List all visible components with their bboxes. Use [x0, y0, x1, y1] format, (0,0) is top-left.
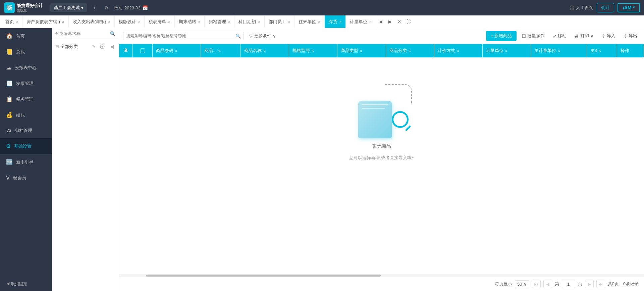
- sort-code-icon: ⇅: [218, 49, 221, 53]
- sort-unit-icon: ⇅: [505, 49, 507, 53]
- close-tab-income[interactable]: ×: [108, 20, 110, 24]
- th-category[interactable]: 商品分类 ⇅: [386, 44, 434, 57]
- page-number-input[interactable]: [562, 280, 575, 288]
- th-code[interactable]: 商品... ⇅: [201, 44, 241, 57]
- scrollbar-thumb[interactable]: [146, 275, 381, 277]
- sidebar-item-settings[interactable]: ⚙ 基础设置: [0, 138, 52, 154]
- panel-collapse-button[interactable]: ◀: [109, 42, 115, 51]
- th-price-method[interactable]: 计价方式 ⇅: [434, 44, 482, 57]
- sidebar-item-reports[interactable]: ☁ 云报表中心: [0, 60, 52, 76]
- horizontal-scrollbar[interactable]: [119, 274, 644, 277]
- sidebar-item-member[interactable]: Ⅴ 畅会员: [0, 170, 52, 186]
- tabs-scroll-right[interactable]: ▶: [385, 15, 395, 28]
- main-layout: 🏠 首页 📒 总账 ☁ 云报表中心 🧾 发票管理 📋 税务管理 💰 结账 🗂 归…: [0, 28, 644, 291]
- tabs-maximize[interactable]: ⛶: [404, 15, 414, 28]
- prev-page-button[interactable]: ◀: [543, 280, 552, 288]
- close-tab-partners[interactable]: ×: [318, 20, 320, 24]
- th-action: 操作: [617, 44, 644, 57]
- tab-balance[interactable]: 资产负债表(中期) ×: [22, 15, 68, 28]
- th-type[interactable]: 商品类型 ⇅: [337, 44, 386, 57]
- move-icon: ⤢: [553, 34, 556, 39]
- tab-template[interactable]: 模版设计 ×: [115, 15, 145, 28]
- th-col3[interactable]: 主3 ⇅: [587, 44, 617, 57]
- print-button[interactable]: 🖨 打印 ∨: [572, 32, 596, 40]
- tab-home[interactable]: 首页 ×: [1, 15, 22, 28]
- import-icon: ⇪: [602, 34, 605, 39]
- calendar-icon[interactable]: 📅: [143, 5, 148, 10]
- th-main-unit[interactable]: 主计量单位 ⇅: [531, 44, 587, 57]
- close-tab-balance[interactable]: ×: [62, 20, 64, 24]
- sidebar-item-guide[interactable]: 🆕 新手引导: [0, 154, 52, 170]
- th-barcode[interactable]: 商品条码 ⇅: [152, 44, 201, 57]
- tabs-scroll-left[interactable]: ◀: [376, 15, 385, 28]
- category-all-label[interactable]: 全部分类: [60, 44, 78, 50]
- filter-button[interactable]: ▽ 更多条件 ∨: [247, 32, 279, 40]
- select-all-checkbox[interactable]: [140, 48, 145, 53]
- close-tab-department[interactable]: ×: [288, 20, 290, 24]
- company-selector[interactable]: 基层工会测试 ▾: [50, 3, 87, 12]
- period-value: 2023-03: [124, 5, 141, 10]
- settings-icon[interactable]: ⚙: [102, 3, 111, 12]
- category-search-icon[interactable]: 🔍: [110, 31, 115, 36]
- content-area: 🔍 ⊞ 全部分类 ✎: [52, 28, 644, 291]
- main-search-input[interactable]: [126, 34, 233, 38]
- tab-period-end[interactable]: 期末结转 ×: [175, 15, 205, 28]
- category-add-button[interactable]: [99, 43, 106, 50]
- filter-icon: ▽: [249, 34, 253, 39]
- close-tab-inventory[interactable]: ×: [339, 20, 341, 24]
- move-button[interactable]: ⤢ 移动: [550, 32, 569, 40]
- sidebar-item-archive[interactable]: 🗂 归档管理: [0, 123, 52, 138]
- add-tab-button[interactable]: ＋: [90, 3, 99, 12]
- main-search-icon[interactable]: 🔍: [235, 34, 241, 39]
- iam-button[interactable]: iAM *: [618, 3, 640, 12]
- th-gear[interactable]: [119, 44, 132, 57]
- close-books-icon: 💰: [6, 112, 13, 118]
- account-button[interactable]: 会计: [597, 3, 614, 12]
- category-search-input[interactable]: [55, 31, 108, 36]
- tab-tax[interactable]: 税表清单 ×: [145, 15, 174, 28]
- batch-operation-button[interactable]: ☐ 批量操作: [519, 32, 547, 40]
- page-word: 第: [555, 281, 559, 287]
- category-edit-button[interactable]: ✎: [90, 43, 97, 50]
- close-tab-period-end[interactable]: ×: [198, 20, 200, 24]
- tab-archive[interactable]: 归档管理 ×: [205, 15, 234, 28]
- sidebar-unpin-button[interactable]: ◀ 取消固定: [0, 277, 52, 291]
- add-product-button[interactable]: + 新增商品: [486, 31, 517, 41]
- last-page-button[interactable]: ⏭: [596, 280, 605, 288]
- sidebar-item-ledger[interactable]: 📒 总账: [0, 44, 52, 60]
- tab-partners[interactable]: 往来单位 ×: [294, 15, 324, 28]
- close-tab-template[interactable]: ×: [138, 20, 140, 24]
- sidebar-item-home[interactable]: 🏠 首页: [0, 28, 52, 44]
- close-tab-subject[interactable]: ×: [258, 20, 260, 24]
- empty-subtitle: 您可以选择新增,或者直接导入哦~: [349, 155, 414, 161]
- export-button[interactable]: ⇩ 导出: [621, 32, 640, 40]
- consult-button[interactable]: 🎧 人工咨询: [569, 5, 593, 11]
- close-tab-unit[interactable]: ×: [369, 20, 371, 24]
- sidebar-item-close[interactable]: 💰 结账: [0, 107, 52, 123]
- tab-department[interactable]: 部门员工 ×: [265, 15, 294, 28]
- tab-subject[interactable]: 科目期初 ×: [234, 15, 264, 28]
- sort-name-icon: ⇅: [263, 49, 266, 53]
- th-checkbox[interactable]: [132, 44, 152, 57]
- close-tab-home[interactable]: ×: [16, 20, 18, 24]
- sidebar-item-tax[interactable]: 📋 税务管理: [0, 91, 52, 107]
- import-button[interactable]: ⇪ 导入: [599, 32, 618, 40]
- print-dropdown-icon: ∨: [590, 34, 594, 39]
- tab-income[interactable]: 收入支出表(年报) ×: [69, 15, 115, 28]
- dropdown-icon: ▾: [81, 5, 84, 10]
- th-spec[interactable]: 规格型号 ⇅: [289, 44, 337, 57]
- tabs-close-all[interactable]: ✕: [395, 15, 404, 28]
- tab-inventory[interactable]: 存货 ×: [325, 15, 346, 28]
- th-unit[interactable]: 计量单位 ⇅: [483, 44, 531, 57]
- empty-state: 暂无商品 您可以选择新增,或者直接导入哦~: [119, 57, 644, 188]
- page-size-selector[interactable]: 50 ∨: [515, 280, 529, 288]
- th-name[interactable]: 商品名称 ⇅: [240, 44, 289, 57]
- close-tab-archive[interactable]: ×: [228, 20, 230, 24]
- next-page-button[interactable]: ▶: [585, 280, 594, 288]
- sidebar-item-invoice[interactable]: 🧾 发票管理: [0, 76, 52, 91]
- tab-unit[interactable]: 计量单位 ×: [346, 15, 376, 28]
- sidebar-label-settings: 基础设置: [14, 143, 32, 149]
- first-page-button[interactable]: ⏮: [532, 280, 541, 288]
- close-tab-tax[interactable]: ×: [168, 20, 170, 24]
- sidebar-label-archive: 归档管理: [15, 128, 32, 134]
